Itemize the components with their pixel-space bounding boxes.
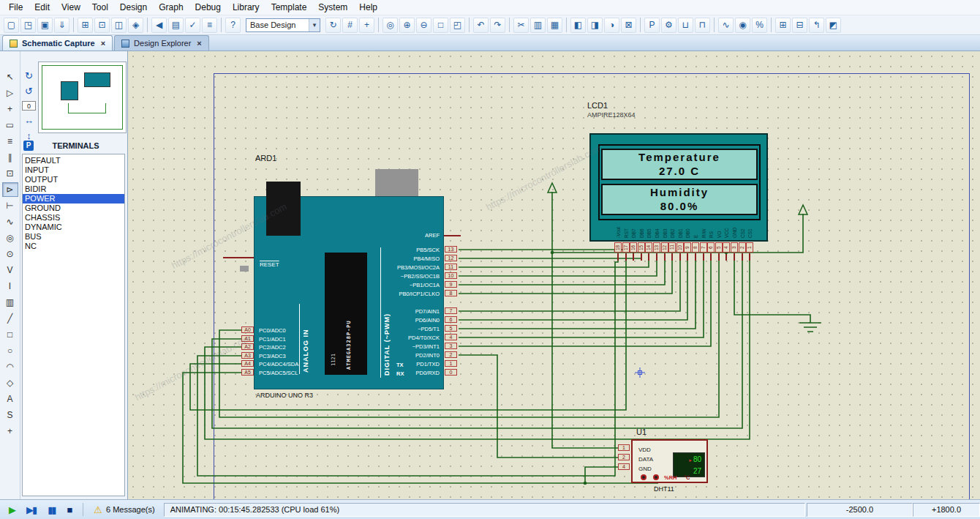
false-origin-icon[interactable]: +	[359, 18, 374, 33]
design-explorer2-icon[interactable]: ◩	[826, 18, 841, 33]
step-button[interactable]: ▶▮	[26, 505, 36, 515]
device-pins-mode[interactable]: ⊢	[2, 198, 18, 213]
2d-arc-mode[interactable]: ◠	[2, 359, 18, 374]
paste-icon[interactable]: ▦	[547, 18, 562, 33]
remove-sheet-icon[interactable]: ⊟	[792, 18, 807, 33]
zoom-out-icon[interactable]: ⊖	[416, 18, 431, 33]
power-terminal-icon[interactable]	[548, 183, 557, 193]
play-button[interactable]: ▶	[9, 505, 15, 515]
electrical-rule-check-icon[interactable]: ✓	[185, 18, 200, 33]
wire[interactable]	[585, 467, 618, 483]
message-area[interactable]: ⚠ 6 Message(s)	[86, 504, 162, 515]
menu-template[interactable]: Template	[265, 1, 313, 14]
dht11-sensor[interactable]: ▸80 27 %RH °C VDDDATAGND	[631, 439, 708, 483]
instruments-mode[interactable]: ▥	[2, 295, 18, 310]
rotation-angle-field[interactable]: 0	[22, 101, 36, 111]
rotate-anticlockwise-icon[interactable]: ↺	[25, 86, 33, 97]
tab-close-icon[interactable]: ×	[101, 39, 105, 48]
search-tag-icon[interactable]: ◉	[735, 18, 750, 33]
menu-edit[interactable]: Edit	[29, 1, 56, 14]
bill-of-materials-icon[interactable]: ▤	[168, 18, 184, 33]
zoom-all-icon[interactable]: □	[433, 18, 448, 33]
terminal-item-default[interactable]: DEFAULT	[23, 156, 124, 165]
pan-view-icon[interactable]: ◎	[382, 18, 398, 33]
design-selector-dropdown[interactable]: Base Design ▾	[246, 18, 320, 32]
terminal-item-bus[interactable]: BUS	[23, 232, 124, 242]
menu-help[interactable]: Help	[353, 1, 383, 14]
make-device-icon[interactable]: ⚙	[661, 18, 676, 33]
library-manager-icon[interactable]: ≡	[202, 18, 217, 33]
2d-symbol-mode[interactable]: S	[2, 408, 18, 422]
tab-design-explorer[interactable]: Design Explorer×	[114, 35, 209, 51]
menu-file[interactable]: File	[3, 1, 29, 14]
terminals-mode[interactable]: ⊳	[2, 182, 18, 197]
dht-knob2-icon[interactable]	[653, 474, 659, 480]
2d-marker-mode[interactable]: +	[2, 424, 18, 438]
terminal-item-nc[interactable]: NC	[23, 242, 124, 251]
copy-icon[interactable]: ▥	[530, 18, 546, 33]
tape-recorder-mode[interactable]: ◎	[2, 231, 18, 245]
terminal-item-bidir[interactable]: BIDIR	[23, 184, 124, 194]
new-sheet-icon[interactable]: ⊞	[775, 18, 791, 33]
terminal-item-power[interactable]: POWER	[23, 194, 124, 204]
pick-device-icon[interactable]: P	[644, 18, 660, 33]
2d-text-mode[interactable]: A	[2, 392, 18, 406]
overview-minimap[interactable]	[38, 61, 127, 133]
text-script-mode[interactable]: ≡	[2, 134, 18, 149]
mirror-horizontal-icon[interactable]: ↔	[24, 115, 34, 126]
wire-autorouter-icon[interactable]: ∿	[718, 18, 734, 33]
redraw-icon[interactable]: ↻	[325, 18, 341, 33]
new-file-icon[interactable]: ▢	[4, 18, 19, 33]
menu-tool[interactable]: Tool	[86, 1, 114, 14]
current-probe-mode[interactable]: I	[2, 279, 18, 294]
block-move-icon[interactable]: ◨	[587, 18, 603, 33]
design-explorer-icon[interactable]: ◫	[111, 18, 127, 33]
grid-toggle-icon[interactable]: #	[342, 18, 358, 33]
menu-system[interactable]: System	[312, 1, 353, 14]
subcircuit-mode[interactable]: ⊡	[2, 166, 18, 181]
terminal-item-chassis[interactable]: CHASSIS	[23, 213, 124, 223]
2d-circle-mode[interactable]: ○	[2, 343, 18, 358]
cut-icon[interactable]: ✂	[513, 18, 529, 33]
rotate-clockwise-icon[interactable]: ↻	[25, 70, 33, 81]
2d-box-mode[interactable]: □	[2, 327, 18, 342]
property-assignment-icon[interactable]: %	[752, 18, 767, 33]
graph-mode[interactable]: ∿	[2, 214, 18, 229]
pick-devices-button[interactable]: P	[23, 141, 34, 151]
wire[interactable]	[459, 355, 618, 458]
power-terminal2-icon[interactable]	[799, 205, 807, 214]
selection-mode[interactable]: ↖	[2, 70, 18, 84]
undo-icon[interactable]: ↶	[473, 18, 489, 33]
terminal-item-output[interactable]: OUTPUT	[23, 175, 124, 184]
wire[interactable]	[459, 258, 641, 259]
pcb-layout-icon[interactable]: ⊡	[94, 18, 110, 33]
wire-label-mode[interactable]: ▭	[2, 118, 18, 132]
save-design-icon[interactable]: ▣	[37, 18, 53, 33]
wire[interactable]	[459, 259, 665, 285]
zoom-area-icon[interactable]: ◰	[450, 18, 465, 33]
packaging-tool-icon[interactable]: ⊔	[678, 18, 693, 33]
menu-design[interactable]: Design	[114, 1, 153, 14]
wire[interactable]	[459, 250, 633, 259]
component-mode[interactable]: ▷	[2, 86, 18, 100]
arduino-uno-component[interactable]: 1121 ATMEGA328P-PU AREF RESET ANALOG IN …	[254, 196, 444, 389]
terminal-item-dynamic[interactable]: DYNAMIC	[23, 223, 124, 232]
dht-knob-icon[interactable]	[641, 474, 647, 480]
wire[interactable]	[459, 259, 704, 337]
voltage-probe-mode[interactable]: V	[2, 263, 18, 277]
pause-button[interactable]: ▮▮	[48, 505, 55, 515]
stop-button[interactable]: ■	[67, 505, 71, 515]
navigate-back-icon[interactable]: ◀	[151, 18, 167, 33]
decompose-icon[interactable]: ⊓	[695, 18, 710, 33]
tab-close-icon[interactable]: ×	[197, 39, 201, 48]
wire[interactable]	[459, 259, 649, 267]
wire[interactable]	[734, 259, 810, 323]
import-section-icon[interactable]: ⇓	[54, 18, 69, 33]
open-design-icon[interactable]: ◳	[20, 18, 36, 33]
help-icon[interactable]: ?	[225, 18, 241, 33]
junction-dot-mode[interactable]: +	[2, 102, 18, 116]
goto-parent-sheet-icon[interactable]: ↰	[809, 18, 824, 33]
menu-view[interactable]: View	[56, 1, 86, 14]
2d-path-mode[interactable]: ◇	[2, 376, 18, 390]
lcd-module[interactable]: Temperature 27.0 C Humidity 80.0% -VoutR…	[589, 133, 768, 242]
